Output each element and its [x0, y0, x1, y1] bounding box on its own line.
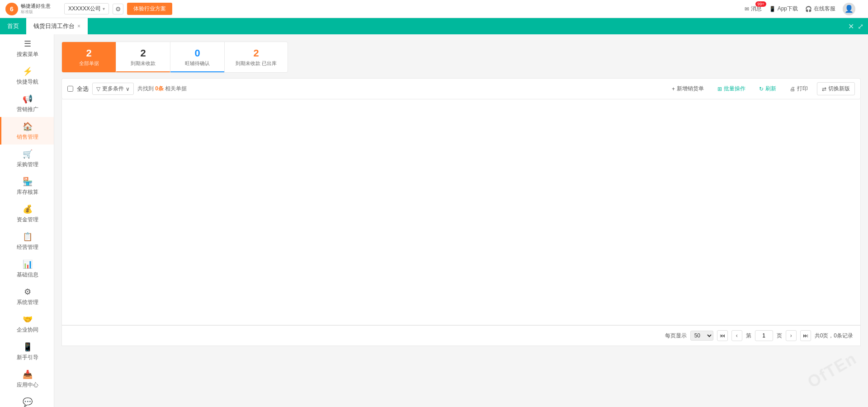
wechat-icon: 💬 [23, 397, 33, 407]
sidebar-item-label: 营销推广 [17, 106, 38, 113]
tab-active[interactable]: 钱货日清工作台 × [26, 18, 88, 34]
found-suffix: 相关单据 [165, 85, 187, 92]
sales-icon: 🏠 [23, 122, 33, 131]
sidebar-item-label: 资金管理 [17, 216, 38, 224]
page-label-2: 页 [777, 332, 782, 340]
company-selector[interactable]: XXXXXX公司 ▾ [64, 3, 109, 14]
sidebar-item-label: 快捷导航 [17, 78, 38, 86]
page-size-label: 每页显示 [665, 332, 687, 340]
experience-button[interactable]: 体验行业方案 [127, 3, 172, 15]
print-button[interactable]: 🖨 打印 [785, 83, 812, 95]
page-label: 第 [746, 332, 751, 340]
sidebar-item-guide[interactable]: 📱 新手引导 [0, 337, 54, 365]
operation-icon: 📋 [23, 232, 33, 242]
tab-active-label: 钱货日清工作台 [33, 22, 75, 30]
print-label: 打印 [797, 85, 808, 93]
tab-bar-right: ✕ ⤢ [848, 22, 868, 31]
app-download-button[interactable]: 📱 App下载 [769, 5, 798, 13]
select-all-label: 全选 [77, 85, 89, 93]
sidebar-item-system[interactable]: ⚙ 系统管理 [0, 282, 54, 310]
print-icon: 🖨 [790, 86, 795, 92]
pagination: 每页显示 50 20 100 ⏮ ‹ 第 页 › ⏭ 共0页，0条记录 [61, 325, 861, 346]
sidebar-item-label: 新手引导 [17, 354, 38, 361]
page-last-button[interactable]: ⏭ [800, 330, 811, 341]
page-next-button[interactable]: › [786, 330, 797, 341]
tab-maximize-icon[interactable]: ⤢ [858, 22, 863, 31]
sidebar-item-wechat[interactable]: 💬 企业微信 [0, 393, 54, 407]
stat-underline-orange [116, 71, 170, 72]
sidebar-item-inventory[interactable]: 🏪 库存核算 [0, 172, 54, 200]
sidebar-item-corp[interactable]: 🤝 企业协同 [0, 310, 54, 337]
tab-minimize-icon[interactable]: ✕ [848, 22, 854, 31]
stat-label-pending-confirm: 旺辅待确认 [181, 60, 213, 67]
online-service-button[interactable]: 🎧 在线客服 [805, 5, 835, 13]
refresh-button[interactable]: ↻ 刷新 [755, 83, 781, 95]
basic-info-icon: 📊 [23, 259, 33, 269]
app-download-icon: 📱 [769, 6, 776, 12]
page-first-button[interactable]: ⏮ [717, 330, 728, 341]
stat-label-overdue-unpaid: 到期未收款 [127, 60, 159, 67]
user-avatar[interactable]: 👤 [843, 3, 855, 15]
switch-label: 切换新版 [828, 85, 850, 93]
sidebar-item-purchase[interactable]: 🛒 采购管理 [0, 145, 54, 172]
switch-icon: ⇄ [822, 86, 826, 92]
stat-num-overdue-unpaid: 2 [127, 47, 159, 59]
stat-num-all: 2 [73, 47, 105, 59]
filter-button[interactable]: ▽ 更多条件 ∨ [92, 83, 134, 95]
select-all-checkbox[interactable] [67, 86, 73, 92]
main-content: 2 全部单据 2 到期未收款 0 旺辅待确认 2 到期未收款 已出库 全选 ▽ … [54, 34, 868, 407]
system-icon: ⚙ [24, 287, 31, 297]
add-order-label: 新增销货单 [677, 85, 704, 93]
filter-label: 更多条件 [102, 85, 124, 93]
app-center-icon: 📥 [23, 370, 33, 379]
stat-card-overdue-unpaid[interactable]: 2 到期未收款 [116, 42, 170, 72]
stat-card-pending-confirm[interactable]: 0 旺辅待确认 [170, 42, 225, 72]
batch-operation-button[interactable]: ⊞ 批量操作 [713, 83, 750, 95]
sidebar-item-label: 应用中心 [17, 381, 38, 389]
marketing-icon: 📢 [23, 94, 33, 104]
tab-home[interactable]: 首页 [0, 18, 26, 34]
page-size-select[interactable]: 50 20 100 [690, 331, 713, 341]
message-button[interactable]: ✉ 消息 99+ [745, 5, 762, 13]
page-number-input[interactable] [755, 330, 773, 341]
stat-card-all[interactable]: 2 全部单据 [62, 42, 116, 72]
sidebar-item-label: 采购管理 [17, 161, 38, 168]
sidebar-item-operation[interactable]: 📋 经营管理 [0, 227, 54, 255]
company-name: XXXXXX公司 [68, 5, 101, 13]
add-order-button[interactable]: + 新增销货单 [667, 83, 708, 95]
finance-icon: 💰 [23, 204, 33, 214]
total-info: 共0页，0条记录 [815, 332, 853, 340]
quick-nav-icon: ⚡ [23, 66, 33, 76]
batch-label: 批量操作 [724, 85, 745, 93]
online-service-label: 在线客服 [814, 5, 835, 13]
page-prev-button[interactable]: ‹ [731, 330, 742, 341]
tab-close-button[interactable]: × [77, 23, 80, 29]
top-right-area: ✉ 消息 99+ 📱 App下载 🎧 在线客服 👤 [745, 3, 863, 15]
refresh-label: 刷新 [765, 85, 776, 93]
toolbar: 全选 ▽ 更多条件 ∨ 共找到 0条 相关单据 + 新增销货单 ⊞ 批量操作 ↻… [61, 78, 861, 99]
sidebar-item-app-center[interactable]: 📥 应用中心 [0, 365, 54, 393]
logo-line2: 标准版 [21, 9, 51, 15]
corp-icon: 🤝 [23, 314, 33, 324]
stat-card-overdue-not-shipped[interactable]: 2 到期未收款 已出库 [225, 42, 288, 72]
logo-icon: 6 [5, 3, 18, 15]
refresh-icon: ↻ [759, 86, 764, 92]
sidebar-item-finance[interactable]: 💰 资金管理 [0, 200, 54, 227]
filter-chevron-icon: ∨ [126, 86, 130, 92]
guide-icon: 📱 [23, 342, 33, 352]
plus-icon: + [672, 86, 675, 92]
sidebar-item-marketing[interactable]: 📢 营销推广 [0, 89, 54, 117]
found-prefix: 共找到 [137, 85, 154, 92]
switch-version-button[interactable]: ⇄ 切换新版 [817, 82, 855, 95]
tab-bar: 首页 钱货日清工作台 × ✕ ⤢ [0, 18, 868, 34]
sidebar-item-search-menu[interactable]: ☰ 搜索菜单 [0, 34, 54, 62]
logo-text-area: 畅捷通好生意 标准版 [21, 3, 51, 15]
stat-label-all: 全部单据 [73, 60, 105, 67]
sidebar-item-basic-info[interactable]: 📊 基础信息 [0, 255, 54, 282]
sidebar-item-label: 库存核算 [17, 188, 38, 196]
settings-button[interactable]: ⚙ [113, 4, 123, 14]
message-badge: 99+ [755, 1, 766, 7]
sidebar-item-quick-nav[interactable]: ⚡ 快捷导航 [0, 62, 54, 89]
sidebar-item-label: 经营管理 [17, 243, 38, 251]
sidebar-item-sales[interactable]: 🏠 销售管理 [0, 117, 54, 145]
